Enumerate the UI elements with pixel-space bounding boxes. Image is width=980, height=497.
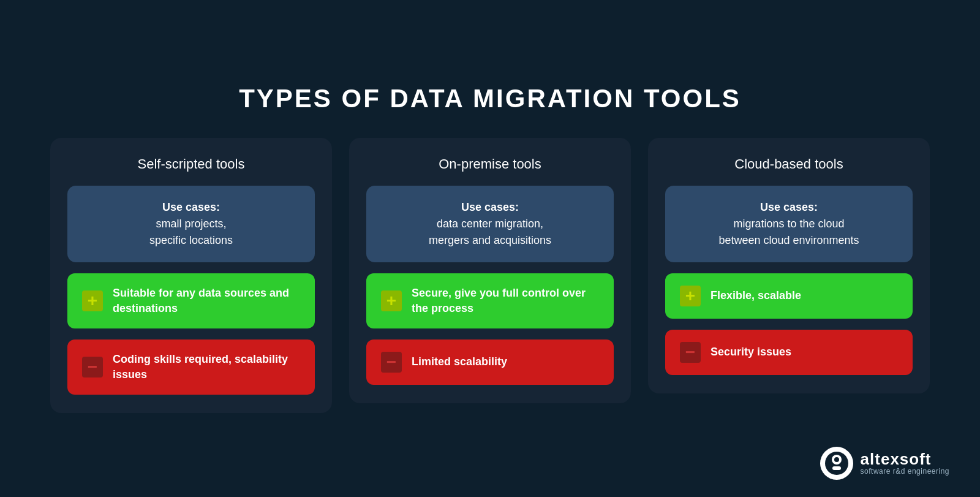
page-title: TYPES OF DATA MIGRATION TOOLS [239,84,741,113]
svg-rect-4 [832,466,841,470]
plus-icon [82,290,103,311]
plus-icon [381,290,402,311]
minus-icon [680,342,701,363]
pro-text-cloud-based: Flexible, scalable [710,288,801,303]
con-box-cloud-based: Security issues [665,330,913,375]
use-cases-self-scripted: Use cases:small projects,specific locati… [67,186,315,262]
pro-text-self-scripted: Suitable for any data sources and destin… [113,286,300,316]
minus-icon [82,357,103,377]
card-on-premise: On-premise toolsUse cases:data center mi… [349,138,631,403]
pro-box-self-scripted: Suitable for any data sources and destin… [67,273,315,328]
con-text-on-premise: Limited scalability [412,354,507,370]
con-text-self-scripted: Coding skills required, scalability issu… [113,352,300,382]
card-title-on-premise: On-premise tools [366,156,614,172]
use-cases-on-premise: Use cases:data center migration,mergers … [366,186,614,262]
altexsoft-logo-icon [820,447,853,480]
pro-box-on-premise: Secure, give you full control over the p… [366,273,614,328]
cards-container: Self-scripted toolsUse cases:small proje… [0,138,980,414]
pro-text-on-premise: Secure, give you full control over the p… [412,286,599,316]
con-text-cloud-based: Security issues [710,344,791,360]
pro-box-cloud-based: Flexible, scalable [665,273,913,319]
plus-icon [680,286,701,306]
card-cloud-based: Cloud-based toolsUse cases:migrations to… [648,138,930,393]
card-title-cloud-based: Cloud-based tools [665,156,913,172]
use-cases-cloud-based: Use cases:migrations to the cloudbetween… [665,186,913,262]
card-self-scripted: Self-scripted toolsUse cases:small proje… [50,138,332,414]
card-title-self-scripted: Self-scripted tools [67,156,315,172]
logo-name: altexsoft [861,451,932,467]
logo-text: altexsoft software r&d engineering [861,451,949,476]
con-box-on-premise: Limited scalability [366,340,614,385]
minus-icon [381,352,402,373]
svg-point-3 [834,457,839,462]
con-box-self-scripted: Coding skills required, scalability issu… [67,340,315,395]
logo-subtitle: software r&d engineering [861,467,949,476]
logo-area: altexsoft software r&d engineering [820,447,949,480]
